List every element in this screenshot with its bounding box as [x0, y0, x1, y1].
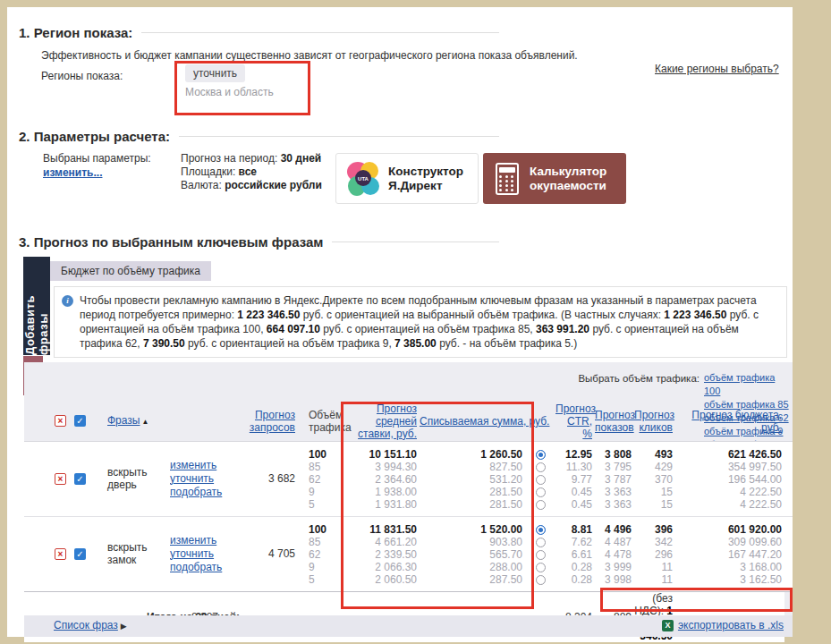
constructor-line2: Я.Директ — [388, 179, 463, 193]
delete-phrase-icon[interactable]: × — [55, 473, 66, 485]
row-writeoff-cell: 1 520.00903.80565.70288.00287.50 — [420, 516, 525, 591]
traffic-radio[interactable] — [536, 475, 546, 485]
bid-value: 1 931.80 — [343, 498, 417, 511]
volume-value: 85 — [298, 536, 343, 548]
clicks-value: 15 — [634, 486, 673, 498]
phrase-text: вскрыть дверь — [107, 466, 148, 491]
phrase-checkbox[interactable]: ✓ — [74, 548, 86, 560]
sort-clicks-link[interactable]: Прогноз кликов — [634, 409, 674, 434]
ctr-value: 9.77 — [555, 473, 592, 486]
clicks-value: 396 — [634, 523, 673, 536]
constructor-banner[interactable]: UTA Конструктор Я.Директ — [335, 153, 479, 204]
calc-param: Прогноз на период: 30 дней — [181, 152, 322, 165]
section3-title: 3. Прогноз по выбранным ключевым фразам — [19, 234, 499, 250]
row-bid-cell: 11 831.504 661.202 339.502 066.302 060.5… — [343, 516, 420, 591]
traffic-radio[interactable] — [536, 550, 546, 560]
budget-info-note: i Чтобы провести рекламную кампанию в Ян… — [54, 286, 787, 358]
ctr-value: 8.81 — [555, 523, 592, 536]
calculator-banner[interactable]: Калькулятор окупаемости — [483, 153, 626, 204]
sort-writeoff-link[interactable]: Списываемая сумма, руб. — [420, 415, 549, 428]
region-value: Москва и область — [185, 86, 274, 98]
add-phrases-tab[interactable]: Добавить фразы — [23, 257, 50, 355]
row-tail-cell — [784, 441, 793, 516]
traffic-radio[interactable] — [536, 462, 546, 472]
uta-logo-icon: UTA — [345, 158, 381, 199]
select-all-checkbox[interactable]: ✓ — [74, 415, 86, 427]
header-delete-cell: × — [55, 402, 74, 441]
shows-value: 3 363 — [595, 486, 632, 498]
delete-phrase-icon[interactable]: × — [55, 548, 66, 560]
info-segment: 1 223 346.50 — [237, 309, 300, 321]
constructor-line1: Конструктор — [388, 165, 463, 179]
row-volume-cell: 100856295 — [298, 516, 343, 591]
delete-all-icon[interactable]: × — [55, 415, 66, 427]
param-value: российские рубли — [225, 179, 322, 191]
which-regions-link[interactable]: Какие регионы выбрать? — [655, 63, 779, 75]
sort-requests-link[interactable]: Прогноз запросов — [250, 409, 295, 434]
calc-param: Валюта: российские рубли — [181, 179, 322, 192]
export-xls-link[interactable]: экспортировать в .xls — [678, 619, 784, 631]
bid-value: 10 151.10 — [343, 448, 417, 461]
row-clicks-cell: 4934293701515 — [634, 441, 675, 516]
budget-value: 3 168.00 — [675, 561, 782, 573]
bid-value: 2 364.60 — [343, 473, 417, 486]
info-segment: руб. с ориентацией на объём трафика 85, — [320, 323, 536, 335]
header-tail-cell — [784, 402, 793, 441]
traffic-radio[interactable] — [536, 450, 546, 460]
shows-value: 3 999 — [595, 561, 632, 573]
regions-label: Регионы показа: — [41, 70, 123, 82]
phrase-list-link[interactable]: Список фраз — [54, 619, 118, 631]
traffic-radio[interactable] — [536, 500, 546, 510]
ctr-value: 12.95 — [555, 448, 592, 461]
phrase-action-link[interactable]: изменить — [170, 459, 221, 472]
info-segment: 363 991.20 — [536, 323, 589, 335]
forecast-table: ×✓Фразы▲Прогноз запросовОбъём трафикаПро… — [24, 402, 793, 642]
phrase-action-link[interactable]: изменить — [170, 534, 221, 547]
traffic-radio[interactable] — [536, 487, 546, 497]
shows-value: 3 363 — [595, 498, 632, 511]
ctr-value: 0.45 — [555, 498, 592, 511]
table-header-row: ×✓Фразы▲Прогноз запросовОбъём трафикаПро… — [24, 402, 793, 441]
row-tail-cell — [784, 516, 793, 591]
row-writeoff-cell: 1 260.50827.50531.20281.50281.50 — [420, 441, 525, 516]
traffic-radio[interactable] — [536, 575, 546, 585]
radio-line — [525, 486, 555, 498]
refine-region-button[interactable]: уточнить — [185, 64, 245, 82]
divider — [141, 32, 499, 33]
phrase-action-link[interactable]: подобрать — [170, 561, 221, 574]
chosen-params-label: Выбраны параметры: — [43, 152, 151, 165]
row-delete-cell: × — [55, 441, 74, 516]
phrase-action-link[interactable]: подобрать — [170, 486, 221, 499]
row-shows-cell: 3 8083 7953 7873 3633 363 — [595, 441, 634, 516]
table-row: ×✓вскрыть замокизменитьуточнитьподобрать… — [24, 516, 793, 591]
traffic-volume-link[interactable]: объём трафика 100 — [704, 371, 793, 398]
volume-header-label: Объём трафика — [309, 409, 343, 434]
header-actions-cell — [157, 402, 221, 441]
clicks-value: 11 — [634, 573, 673, 586]
traffic-radio[interactable] — [536, 563, 546, 572]
sort-ctr-link[interactable]: Прогноз CTR, % — [555, 402, 596, 440]
header-pad-cell — [24, 402, 55, 441]
sort-phrases-link[interactable]: Фразы — [107, 414, 140, 427]
sort-budget-link[interactable]: Прогноз бюджета, руб. — [691, 409, 782, 434]
radio-line — [525, 536, 555, 548]
tab-budget-by-traffic[interactable]: Бюджет по объёму трафика — [50, 261, 211, 281]
clicks-value: 15 — [634, 498, 673, 511]
header-select-cell: ✓ — [74, 402, 98, 441]
radio-line — [525, 561, 555, 573]
info-icon: i — [62, 295, 73, 307]
phrase-action-link[interactable]: уточнить — [170, 472, 221, 486]
volume-value: 9 — [298, 486, 343, 498]
edit-params-link[interactable]: изменить... — [43, 166, 102, 179]
sort-bid-link[interactable]: Прогноз средней ставки, руб. — [358, 402, 417, 440]
traffic-radio[interactable] — [536, 538, 546, 547]
bid-value: 11 831.50 — [343, 523, 417, 536]
bid-value: 2 066.30 — [343, 561, 417, 573]
row-budget-cell: 601 920.00309 099.60167 447.203 168.003 … — [675, 516, 784, 591]
sort-shows-link[interactable]: Прогноз показов — [595, 409, 635, 434]
phrase-checkbox[interactable]: ✓ — [74, 473, 86, 485]
volume-value: 5 — [298, 498, 343, 511]
phrase-action-link[interactable]: уточнить — [170, 547, 221, 561]
traffic-radio[interactable] — [536, 525, 546, 535]
section3-title-text: 3. Прогноз по выбранным ключевым фразам — [19, 234, 323, 250]
